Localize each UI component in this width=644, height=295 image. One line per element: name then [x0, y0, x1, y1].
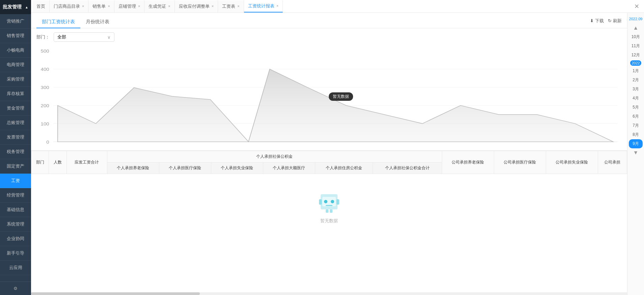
timeline-item-11月[interactable]: 11月	[627, 41, 644, 51]
tab-工资统计报表[interactable]: 工资统计报表 ×	[244, 0, 283, 12]
sidebar-item-总账管理[interactable]: 总账管理	[0, 116, 31, 130]
svg-rect-18	[326, 205, 332, 206]
sidebar-item-系统管理[interactable]: 系统管理	[0, 217, 31, 232]
sidebar-toggle-icon: ▲	[25, 5, 28, 9]
sub-tab-月份统计表[interactable]: 月份统计表	[80, 16, 115, 28]
scrollbar-thumb[interactable]	[31, 292, 200, 295]
tab-店铺管理[interactable]: 店铺管理 ×	[114, 0, 144, 12]
close-icon[interactable]: ×	[138, 4, 140, 8]
tab-销售单[interactable]: 销售单 ×	[88, 0, 114, 12]
data-table: 部门 人数 应发工资合计 个人承担社保公积金 公司承担养老保险 公司承担医疗保险…	[31, 151, 627, 174]
close-icon[interactable]: ×	[82, 4, 84, 8]
timeline-item-5月[interactable]: 5月	[627, 103, 644, 112]
download-button[interactable]: ⬇ 下载	[590, 18, 604, 24]
sidebar-item-发票管理[interactable]: 发票管理	[0, 130, 31, 145]
tab-应收应付调整单[interactable]: 应收应付调整单 ×	[175, 0, 218, 12]
filter-bar: 部门： 全部 ∨	[31, 28, 627, 46]
tab-bar-end: ✕	[632, 3, 644, 10]
sidebar-item-电商管理[interactable]: 电商管理	[0, 58, 31, 72]
timeline-item-12月[interactable]: 12月	[627, 51, 644, 60]
sidebar-item-库存核算[interactable]: 库存核算	[0, 87, 31, 101]
close-icon[interactable]: ×	[237, 4, 239, 8]
close-icon[interactable]: ×	[276, 4, 278, 8]
page-content: 部门工资统计表 月份统计表 ⬇ 下载 ↻ 刷新	[31, 13, 644, 295]
svg-rect-13	[319, 199, 322, 205]
settings-button[interactable]: ⚙	[0, 282, 31, 295]
timeline-item-1月[interactable]: 1月	[627, 66, 644, 76]
sub-tabs: 部门工资统计表 月份统计表	[36, 16, 115, 28]
sidebar-item-基础信息[interactable]: 基础信息	[0, 203, 31, 217]
close-icon[interactable]: ×	[168, 4, 170, 8]
timeline-item-3月[interactable]: 3月	[627, 85, 644, 94]
svg-point-17	[331, 200, 334, 203]
timeline-item-2月[interactable]: 2月	[627, 76, 644, 85]
svg-text:200: 200	[41, 103, 49, 108]
close-all-tabs-icon[interactable]: ✕	[632, 3, 641, 10]
tab-门店商品目录[interactable]: 门店商品目录 ×	[50, 0, 88, 12]
sidebar-item-固定资产[interactable]: 固定资产	[0, 159, 31, 174]
timeline-item-8月[interactable]: 8月	[627, 130, 644, 139]
tab-生成凭证[interactable]: 生成凭证 ×	[144, 0, 175, 12]
sidebar-title: 批发管理	[3, 4, 22, 10]
col-公司承担失业保险: 公司承担失业保险	[546, 151, 598, 174]
col-个人承担大额医疗: 个人承担大额医疗	[263, 163, 315, 174]
sidebar-item-销售管理[interactable]: 销售管理	[0, 29, 31, 43]
sidebar-item-云应用[interactable]: 云应用	[0, 261, 31, 275]
sidebar-item-营销推广[interactable]: 营销推广	[0, 14, 31, 29]
col-应发工资合计: 应发工资合计	[66, 151, 107, 174]
timeline-item-7月[interactable]: 7月	[627, 121, 644, 130]
svg-text:100: 100	[41, 121, 49, 126]
col-group-个人承担: 个人承担社保公积金	[107, 151, 442, 163]
col-个人承担养老保险: 个人承担养老保险	[107, 163, 159, 174]
empty-text: 暂无数据	[320, 218, 338, 224]
select-value: 全部	[57, 34, 66, 40]
chart-tooltip: 暂无数据	[329, 92, 353, 101]
svg-text:400: 400	[41, 67, 49, 72]
sub-tab-bar: 部门工资统计表 月份统计表 ⬇ 下载 ↻ 刷新	[31, 13, 627, 28]
timeline-item-4月[interactable]: 4月	[627, 94, 644, 103]
svg-rect-19	[326, 209, 328, 213]
timeline-panel: 2022.09 ▲ 10月 11月 12月 2022 1月 2月 3月 4月 5…	[627, 13, 644, 295]
col-公司承担医疗保险: 公司承担医疗保险	[494, 151, 546, 174]
sidebar-item-资金管理[interactable]: 资金管理	[0, 101, 31, 116]
table-scrollbar[interactable]	[31, 292, 627, 295]
year-badge-2022[interactable]: 2022	[630, 60, 641, 66]
sub-tab-部门工资统计表[interactable]: 部门工资统计表	[36, 16, 80, 28]
timeline-down-icon[interactable]: ▼	[632, 148, 640, 157]
svg-text:0: 0	[46, 140, 49, 144]
tab-工资表[interactable]: 工资表 ×	[218, 0, 244, 12]
timeline-current-date: 2022.09	[628, 16, 643, 22]
timeline-item-6月[interactable]: 6月	[627, 112, 644, 121]
main-container: 首页 门店商品目录 × 销售单 × 店铺管理 × 生成凭证 × 应收应付调整单 …	[31, 0, 644, 295]
tab-首页[interactable]: 首页	[32, 0, 50, 12]
timeline-up-icon[interactable]: ▲	[632, 24, 640, 32]
refresh-button[interactable]: ↻ 刷新	[608, 18, 622, 24]
gear-icon: ⚙	[14, 286, 18, 291]
sidebar-item-工资[interactable]: 工资	[0, 174, 31, 188]
tab-bar: 首页 门店商品目录 × 销售单 × 店铺管理 × 生成凭证 × 应收应付调整单 …	[31, 0, 644, 13]
refresh-icon: ↻	[608, 18, 612, 23]
col-公司承担other: 公司承担	[598, 151, 627, 174]
col-人数: 人数	[49, 151, 66, 174]
chevron-down-icon: ∨	[107, 35, 111, 40]
svg-rect-20	[330, 209, 332, 213]
svg-point-16	[324, 200, 327, 203]
close-icon[interactable]: ×	[108, 4, 110, 8]
department-select[interactable]: 全部 ∨	[54, 32, 114, 42]
svg-text:300: 300	[41, 85, 49, 90]
sidebar-item-小畅电商[interactable]: 小畅电商	[0, 43, 31, 58]
download-icon: ⬇	[590, 18, 594, 23]
svg-rect-14	[337, 199, 339, 205]
sidebar-item-采购管理[interactable]: 采购管理	[0, 72, 31, 87]
sidebar-item-经营管理[interactable]: 经营管理	[0, 188, 31, 203]
close-icon[interactable]: ×	[212, 4, 214, 8]
timeline-item-9月[interactable]: 9月	[629, 139, 643, 148]
sidebar-item-企业协同[interactable]: 企业协同	[0, 232, 31, 246]
sidebar-header[interactable]: 批发管理 ▲	[0, 0, 31, 14]
sidebar-item-新手引导[interactable]: 新手引导	[0, 246, 31, 261]
table-wrapper[interactable]: 部门 人数 应发工资合计 个人承担社保公积金 公司承担养老保险 公司承担医疗保险…	[31, 151, 627, 292]
sidebar-item-税务管理[interactable]: 税务管理	[0, 145, 31, 159]
sidebar: 批发管理 ▲ 营销推广 销售管理 小畅电商 电商管理 采购管理 库存核算 资金管…	[0, 0, 31, 295]
timeline-item-10月[interactable]: 10月	[627, 32, 644, 41]
inner-page: 部门工资统计表 月份统计表 ⬇ 下载 ↻ 刷新	[31, 13, 627, 295]
